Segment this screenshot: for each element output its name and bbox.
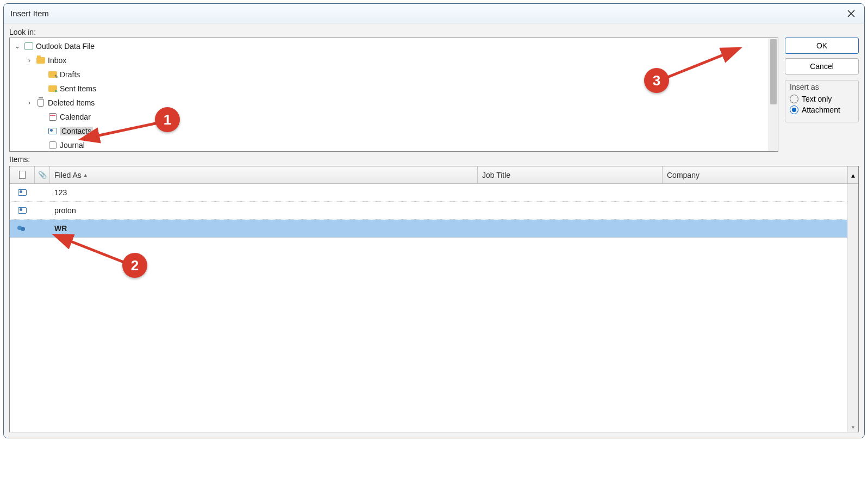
radio-label: Attachment [802, 105, 840, 114]
grid-row[interactable]: 123 [10, 184, 858, 202]
annotation-badge-1: 1 [155, 107, 180, 132]
top-row: ⌄ Outlook Data File › Inbox Drafts [9, 38, 859, 152]
radio-attachment[interactable]: Attachment [790, 105, 854, 114]
tree-item-inbox[interactable]: › Inbox [10, 53, 778, 67]
chevron-down-icon[interactable]: ⌄ [13, 42, 22, 50]
col-job-title[interactable]: Job Title [478, 166, 663, 183]
tree-item-label: Calendar [60, 113, 91, 121]
tree-item-calendar[interactable]: Calendar [10, 110, 778, 124]
dialog-title: Insert Item [10, 9, 49, 18]
contacts-icon [48, 126, 58, 136]
cell-filed-as: WR [50, 224, 478, 233]
radio-label: Text only [802, 95, 832, 103]
grid-row[interactable]: proton [10, 202, 858, 220]
col-company[interactable]: Company [663, 166, 847, 183]
annotation-badge-2: 2 [122, 253, 147, 278]
radio-text-only[interactable]: Text only [790, 95, 854, 103]
annotation-badge-3: 3 [644, 68, 669, 93]
tree-item-label: Contacts [60, 127, 93, 135]
tree-inner: ⌄ Outlook Data File › Inbox Drafts [10, 38, 778, 152]
chevron-right-icon[interactable]: › [25, 57, 34, 64]
chevron-right-icon[interactable]: › [25, 99, 34, 107]
grid-header: 📎 Filed As ▲ Job Title Company ▴ [10, 166, 858, 184]
drafts-icon [48, 70, 58, 79]
grid-body: 123 proton WR [10, 184, 858, 432]
col-filed-as[interactable]: Filed As ▲ [50, 166, 478, 183]
page-icon [19, 171, 26, 179]
dialog-body: Look in: ⌄ Outlook Data File › Inbox [4, 23, 864, 438]
group-icon [10, 225, 35, 232]
tree-item-label: Deleted Items [48, 98, 95, 107]
contact-icon [10, 189, 35, 196]
look-in-label: Look in: [9, 28, 859, 36]
side-panel: OK Cancel Insert as Text only Attachment [785, 38, 859, 122]
scroll-down-icon[interactable]: ▾ [848, 422, 858, 432]
insert-as-title: Insert as [790, 83, 854, 91]
trash-icon [36, 98, 46, 108]
grid-scrollbar[interactable]: ▾ [847, 184, 858, 432]
scrollbar-thumb[interactable] [770, 39, 777, 104]
col-header-label: Company [667, 171, 700, 179]
insert-item-dialog: Insert Item Look in: ⌄ Outlook Data File… [3, 3, 865, 438]
tree-item-deleted[interactable]: › Deleted Items [10, 96, 778, 110]
close-button[interactable] [844, 6, 859, 21]
tree-item-label: Inbox [48, 56, 66, 65]
tree-item-label: Sent Items [60, 84, 96, 93]
sent-icon [48, 84, 58, 94]
scroll-up-icon[interactable]: ▴ [847, 166, 858, 183]
folder-tree[interactable]: ⌄ Outlook Data File › Inbox Drafts [9, 38, 778, 152]
sort-asc-icon: ▲ [83, 172, 88, 178]
contact-icon [10, 207, 35, 214]
journal-icon [48, 140, 58, 150]
tree-item-label: Journal [60, 141, 85, 150]
cell-filed-as: proton [50, 206, 478, 215]
tree-item-journal[interactable]: Journal [10, 138, 778, 152]
ok-button[interactable]: OK [785, 38, 859, 54]
tree-root[interactable]: ⌄ Outlook Data File [10, 39, 778, 53]
paperclip-icon: 📎 [38, 171, 47, 179]
cancel-button[interactable]: Cancel [785, 58, 859, 75]
items-label: Items: [9, 155, 859, 164]
radio-icon [790, 95, 798, 103]
tree-item-label: Drafts [60, 70, 80, 79]
col-icon[interactable] [10, 166, 35, 183]
tree-scrollbar[interactable] [769, 38, 778, 151]
calendar-icon [48, 112, 58, 122]
tree-item-contacts[interactable]: Contacts [10, 124, 778, 138]
tree-root-label: Outlook Data File [36, 42, 95, 51]
items-grid: 📎 Filed As ▲ Job Title Company ▴ [9, 166, 859, 432]
cell-filed-as: 123 [50, 188, 478, 197]
datafile-icon [24, 41, 34, 51]
folder-icon [36, 55, 46, 65]
col-header-label: Job Title [482, 171, 510, 179]
close-icon [847, 10, 855, 17]
insert-as-group: Insert as Text only Attachment [785, 80, 859, 122]
titlebar: Insert Item [4, 4, 864, 23]
col-header-label: Filed As [54, 171, 82, 179]
col-attachment[interactable]: 📎 [35, 166, 50, 183]
grid-row-selected[interactable]: WR [10, 220, 858, 238]
radio-icon [790, 105, 798, 114]
